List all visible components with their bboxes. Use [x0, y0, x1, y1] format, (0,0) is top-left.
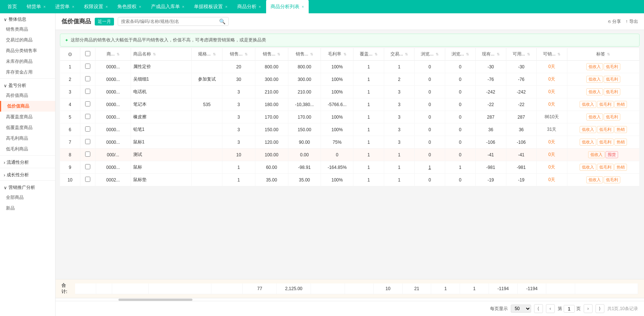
- row-checkbox[interactable]: [85, 76, 90, 81]
- th-avail[interactable]: 可用... ⇅: [506, 48, 536, 61]
- sort-icon[interactable]: ⇅: [117, 52, 120, 56]
- th-name[interactable]: 商品名称 ⇅: [131, 48, 191, 61]
- sidebar-item-high-profit[interactable]: 高毛利商品: [0, 133, 55, 144]
- sort-icon[interactable]: ⇅: [153, 52, 156, 56]
- next-page-button[interactable]: ›: [584, 304, 593, 313]
- th-sale1[interactable]: 销售... ⇅: [222, 48, 255, 61]
- select-all-checkbox[interactable]: [85, 51, 90, 56]
- row-checkbox[interactable]: [85, 114, 90, 119]
- row-checkbox-cell[interactable]: [80, 61, 95, 73]
- sort-icon[interactable]: ⇅: [245, 52, 248, 56]
- sidebar-item-high-value[interactable]: 高价值商品: [0, 90, 55, 101]
- time-badge[interactable]: 近一月: [95, 18, 114, 26]
- nav-home[interactable]: 首页: [3, 0, 21, 13]
- nav-role[interactable]: 角色授权×: [113, 0, 145, 13]
- nav-stock-in[interactable]: 产成品入库单×: [147, 0, 189, 13]
- close-icon[interactable]: ×: [43, 4, 46, 9]
- sidebar-group-circulation[interactable]: › 流通性分析: [0, 156, 55, 167]
- th-tag[interactable]: 标签 ⇅: [567, 48, 639, 61]
- row-checkbox[interactable]: [85, 89, 90, 94]
- sort-icon[interactable]: ⇅: [213, 52, 216, 56]
- nav-permission[interactable]: 权限设置×: [80, 0, 112, 13]
- prev-page-button[interactable]: ‹: [546, 304, 555, 313]
- row-checkbox[interactable]: [85, 101, 90, 106]
- nav-analysis[interactable]: 商品分析×: [233, 0, 265, 13]
- sidebar-item-low-profit[interactable]: 低毛利商品: [0, 144, 55, 154]
- sidebar-item-low-cover[interactable]: 低覆盖度商品: [0, 122, 55, 133]
- close-icon[interactable]: ×: [182, 4, 184, 9]
- row-checkbox-cell[interactable]: [80, 86, 95, 98]
- th-browse2[interactable]: 浏览... ⇅: [445, 48, 475, 61]
- page-number-input[interactable]: [564, 305, 575, 313]
- close-icon[interactable]: ×: [139, 4, 141, 9]
- sort-icon[interactable]: ⇅: [466, 52, 469, 56]
- th-sell[interactable]: 可销... ⇅: [537, 48, 567, 61]
- close-icon[interactable]: ×: [225, 4, 227, 9]
- th-trade[interactable]: 交易... ⇅: [384, 48, 414, 61]
- close-icon[interactable]: ×: [259, 4, 261, 9]
- search-icon[interactable]: 🔍: [219, 18, 225, 24]
- sidebar-item-sales-goods[interactable]: 销售类商品: [0, 24, 55, 35]
- row-checkbox[interactable]: [85, 177, 90, 182]
- sidebar-item-traded-goods[interactable]: 交易过的商品: [0, 35, 55, 45]
- sort-icon[interactable]: ⇅: [405, 52, 408, 56]
- close-icon[interactable]: ×: [105, 4, 108, 9]
- sidebar-item-no-stock[interactable]: 未库存的商品: [0, 56, 55, 67]
- th-stock[interactable]: 现有... ⇅: [476, 48, 506, 61]
- th-cover[interactable]: 覆盖... ⇅: [353, 48, 384, 61]
- th-spec[interactable]: 规格... ⇅: [191, 48, 222, 61]
- close-icon[interactable]: ×: [72, 4, 74, 9]
- page-size-select[interactable]: 50 100 200: [511, 305, 531, 313]
- sidebar-group-growth[interactable]: › 成长性分析: [0, 169, 55, 180]
- sort-icon[interactable]: ⇅: [557, 52, 560, 56]
- sidebar-item-low-value[interactable]: 低价值商品: [0, 101, 55, 112]
- row-checkbox-cell[interactable]: [80, 149, 95, 161]
- export-button[interactable]: ↑ 导出: [625, 18, 638, 25]
- row-checkbox-cell[interactable]: [80, 174, 95, 186]
- sort-icon[interactable]: ⇅: [527, 52, 530, 56]
- sort-icon[interactable]: ⇅: [310, 52, 313, 56]
- row-checkbox[interactable]: [85, 152, 90, 157]
- row-checkbox-cell[interactable]: [80, 73, 95, 86]
- th-sale2[interactable]: 销售... ⇅: [255, 48, 288, 61]
- browse-link[interactable]: 1: [429, 165, 431, 170]
- nav-purchase[interactable]: 进货单×: [51, 0, 78, 13]
- first-page-button[interactable]: ⟨: [534, 304, 543, 313]
- search-input[interactable]: [121, 19, 218, 24]
- row-checkbox[interactable]: [85, 126, 90, 132]
- share-button[interactable]: ⎋ 分享: [608, 18, 621, 25]
- sort-icon[interactable]: ⇅: [277, 52, 280, 56]
- th-gross[interactable]: 毛利率 ⇅: [321, 48, 353, 61]
- sort-icon[interactable]: ⇅: [607, 52, 610, 56]
- sort-icon[interactable]: ⇅: [375, 52, 378, 56]
- last-page-button[interactable]: ⟩: [596, 304, 604, 313]
- sidebar-group-marketing[interactable]: ∨ 营销推广分析: [0, 181, 55, 192]
- sort-icon[interactable]: ⇅: [343, 52, 346, 56]
- settings-icon[interactable]: ⚙: [68, 51, 73, 57]
- nav-template[interactable]: 单据模板设置×: [189, 0, 232, 13]
- row-checkbox[interactable]: [85, 164, 90, 169]
- th-sale3[interactable]: 销售... ⇅: [288, 48, 321, 61]
- row-checkbox-cell[interactable]: [80, 123, 95, 136]
- th-settings[interactable]: ⚙: [60, 48, 80, 61]
- sidebar-item-new-goods[interactable]: 新品: [0, 203, 55, 214]
- row-checkbox-cell[interactable]: [80, 98, 95, 111]
- th-checkbox[interactable]: [80, 48, 95, 61]
- row-checkbox-cell[interactable]: [80, 136, 95, 149]
- scrollbar-thumb[interactable]: [118, 299, 192, 301]
- row-checkbox[interactable]: [85, 139, 90, 144]
- th-browse1[interactable]: 浏览... ⇅: [415, 48, 445, 61]
- sidebar-item-all-goods[interactable]: 全部商品: [0, 192, 55, 203]
- row-checkbox-cell[interactable]: [80, 161, 95, 174]
- sidebar-item-high-cover[interactable]: 高覆盖度商品: [0, 112, 55, 122]
- sidebar-item-capital[interactable]: 库存资金占用: [0, 67, 55, 78]
- sort-icon[interactable]: ⇅: [497, 52, 500, 56]
- close-icon[interactable]: ×: [302, 4, 304, 9]
- horizontal-scrollbar[interactable]: [56, 298, 644, 301]
- nav-sales[interactable]: 销货单×: [22, 0, 50, 13]
- sidebar-group-profit[interactable]: ∨ 盈亏分析: [0, 79, 55, 90]
- row-checkbox-cell[interactable]: [80, 111, 95, 123]
- nav-analysis-list[interactable]: 商品分析列表×: [266, 0, 308, 13]
- sidebar-item-category-rate[interactable]: 商品分类销售率: [0, 45, 55, 56]
- sort-icon[interactable]: ⇅: [436, 52, 439, 56]
